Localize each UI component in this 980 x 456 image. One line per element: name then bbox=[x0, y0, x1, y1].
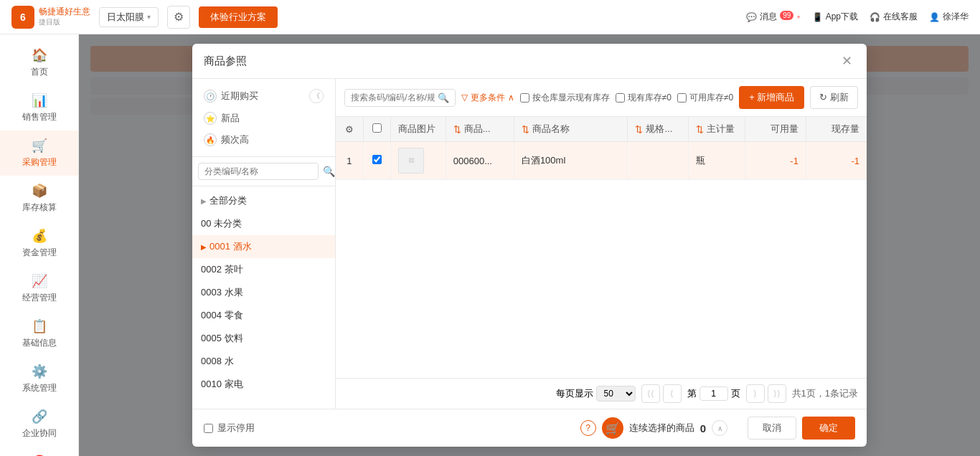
warehouse-stock-checkbox[interactable] bbox=[520, 93, 529, 103]
chevron-up-icon: ∧ bbox=[508, 92, 514, 103]
page-number-input[interactable] bbox=[699, 386, 728, 401]
usable-stock-check[interactable]: 可用库存≠0 bbox=[677, 92, 733, 104]
table-header-row: ⚙ 商品图片 bbox=[336, 117, 867, 142]
category-tea[interactable]: 0002 茶叶 bbox=[192, 258, 335, 281]
collapse-footer-icon[interactable]: ∧ bbox=[712, 420, 727, 436]
logo-area: 6 畅捷通好生意 捷目版 bbox=[11, 6, 90, 29]
quick-new-products[interactable]: ⭐ 新品 bbox=[198, 108, 329, 129]
nav-online-service[interactable]: 🎧 在线客服 bbox=[870, 11, 918, 23]
search-input-wrap: 🔍 bbox=[344, 89, 456, 107]
show-disabled-checkbox[interactable] bbox=[204, 424, 213, 433]
sidebar-item-purchase[interactable]: 🛒 采购管理 bbox=[0, 130, 78, 176]
category-fruit-label: 0003 水果 bbox=[201, 286, 243, 299]
help-icon[interactable]: ? bbox=[580, 420, 596, 436]
th-stock: 现存量 bbox=[806, 117, 867, 142]
quick-high-frequency[interactable]: 🔥 频次高 bbox=[198, 129, 329, 151]
quick-recent-purchase[interactable]: 🕐 近期购买 《 bbox=[198, 85, 329, 108]
sidebar-item-operations[interactable]: 📈 经营管理 bbox=[0, 266, 78, 311]
cancel-button[interactable]: 取消 bbox=[748, 417, 796, 440]
settings-icon[interactable]: ⚙ bbox=[345, 124, 354, 135]
message-icon: 💬 bbox=[746, 12, 757, 22]
category-liquor-label: 0001 酒水 bbox=[209, 240, 252, 253]
more-filter-button[interactable]: ▽ 更多条件 ∧ bbox=[461, 92, 514, 104]
category-snack[interactable]: 0004 零食 bbox=[192, 304, 335, 327]
category-water[interactable]: 0008 水 bbox=[192, 350, 335, 373]
sidebar-item-inventory[interactable]: 📦 库存核算 bbox=[0, 176, 78, 221]
category-liquor[interactable]: ▶ 0001 酒水 bbox=[192, 235, 335, 258]
trial-button[interactable]: 体验行业方案 bbox=[199, 6, 278, 28]
product-reference-modal: 商品参照 ✕ 🕐 近期购买 《 bbox=[192, 44, 867, 447]
first-page-button[interactable]: ⟨⟨ bbox=[641, 384, 660, 403]
warehouse-stock-label: 按仓库显示现有库存 bbox=[532, 92, 610, 104]
cart-button[interactable]: 🛒 bbox=[602, 417, 623, 439]
usable-stock-checkbox[interactable] bbox=[677, 93, 687, 103]
username-label: 徐泽华 bbox=[943, 11, 969, 23]
modal-body: 🕐 近期购买 《 ⭐ 新品 🔥 频次高 bbox=[192, 79, 867, 409]
add-product-button[interactable]: + 新增商品 bbox=[739, 86, 804, 109]
category-fruit[interactable]: 0003 水果 bbox=[192, 281, 335, 304]
warehouse-stock-check[interactable]: 按仓库显示现有库存 bbox=[520, 92, 610, 104]
product-search-input[interactable] bbox=[351, 92, 435, 103]
search-magnify-icon[interactable]: 🔍 bbox=[438, 92, 449, 103]
sidebar-item-basic-info[interactable]: 📋 基础信息 bbox=[0, 311, 78, 356]
th-image-label: 商品图片 bbox=[398, 123, 435, 136]
row-checkbox[interactable] bbox=[372, 155, 382, 164]
modal-footer: 显示停用 ? 🛒 连续选择的商品 0 ∧ 取消 确定 bbox=[192, 409, 867, 447]
category-tea-label: 0002 茶叶 bbox=[201, 263, 243, 276]
select-all-checkbox[interactable] bbox=[372, 123, 382, 133]
category-unclassified[interactable]: 00 未分类 bbox=[192, 212, 335, 235]
category-search-input[interactable] bbox=[198, 163, 319, 180]
sidebar-item-system[interactable]: ⚙️ 系统管理 bbox=[0, 356, 78, 402]
sidebar-label-operations: 经营管理 bbox=[22, 292, 57, 304]
gear-icon[interactable]: ⚙ bbox=[167, 6, 190, 29]
sidebar-label-basic-info: 基础信息 bbox=[22, 337, 57, 349]
sidebar-item-home[interactable]: 🏠 首页 bbox=[0, 40, 78, 85]
confirm-button[interactable]: 确定 bbox=[802, 417, 855, 440]
nav-message[interactable]: 💬 消息 99 + bbox=[746, 11, 800, 23]
sidebar-item-enterprise[interactable]: 🔗 企业协同 bbox=[0, 402, 78, 447]
show-disabled-text: 显示停用 bbox=[217, 422, 255, 434]
page-size-dropdown[interactable]: 50 10 20 100 bbox=[596, 386, 636, 402]
product-table-area: ⚙ 商品图片 bbox=[336, 117, 867, 378]
expanded-arrow-icon: ▶ bbox=[201, 243, 207, 251]
enterprise-icon: 🔗 bbox=[32, 409, 47, 424]
td-image: 🖼 bbox=[390, 142, 446, 180]
available-stock-check[interactable]: 现有库存≠0 bbox=[616, 92, 672, 104]
th-product-code: ⇅ 商品... bbox=[446, 117, 514, 142]
quick-freq-label: 频次高 bbox=[221, 133, 249, 146]
continuous-label: 连续选择的商品 bbox=[629, 422, 694, 434]
show-disabled-label[interactable]: 显示停用 bbox=[204, 422, 255, 434]
sidebar-item-guide[interactable]: 🎯 新手引导 bbox=[0, 447, 78, 456]
refresh-button[interactable]: ↻ 刷新 bbox=[810, 86, 858, 109]
modal-close-button[interactable]: ✕ bbox=[838, 52, 855, 70]
sidebar-label-home: 首页 bbox=[31, 66, 48, 78]
sidebar-label-inventory: 库存核算 bbox=[22, 201, 57, 214]
category-list: ▶ 全部分类 00 未分类 ▶ 0001 酒水 0002 茶 bbox=[192, 186, 335, 409]
next-page-button[interactable]: ⟩ bbox=[746, 384, 765, 403]
th-settings: ⚙ bbox=[336, 117, 363, 142]
nav-selector[interactable]: 日太阳膜 ▾ bbox=[99, 7, 159, 27]
cart-count: 0 bbox=[700, 422, 706, 434]
finance-icon: 💰 bbox=[32, 228, 47, 244]
page-size-label: 每页显示 bbox=[556, 387, 593, 400]
th-code-label: 商品... bbox=[464, 123, 491, 136]
category-quick: 🕐 近期购买 《 ⭐ 新品 🔥 频次高 bbox=[192, 79, 335, 157]
sidebar-item-finance[interactable]: 💰 资金管理 bbox=[0, 221, 78, 266]
category-all[interactable]: ▶ 全部分类 bbox=[192, 189, 335, 212]
collapse-icon[interactable]: 《 bbox=[309, 89, 324, 103]
nav-user[interactable]: 👤 徐泽华 bbox=[929, 11, 969, 23]
nav-app-download[interactable]: 📱 App下载 bbox=[812, 11, 858, 23]
logo-sub: 捷目版 bbox=[39, 17, 90, 27]
last-page-button[interactable]: ⟩⟩ bbox=[768, 384, 786, 403]
category-search-icon[interactable]: 🔍 bbox=[323, 166, 335, 177]
table-row[interactable]: 1 🖼 bbox=[336, 142, 867, 180]
prev-page-button[interactable]: ⟨ bbox=[663, 384, 682, 403]
user-avatar: 👤 bbox=[929, 12, 940, 22]
category-beverage[interactable]: 0005 饮料 bbox=[192, 327, 335, 350]
main-layout: 🏠 首页 📊 销售管理 🛒 采购管理 📦 库存核算 💰 资金管理 📈 经营管理 … bbox=[0, 34, 980, 456]
category-electronics[interactable]: 0010 家电 bbox=[192, 373, 335, 396]
sidebar-item-sales[interactable]: 📊 销售管理 bbox=[0, 85, 78, 130]
td-code: 000600... bbox=[446, 142, 514, 180]
available-stock-checkbox[interactable] bbox=[616, 93, 625, 103]
th-spec: ⇅ 规格... bbox=[628, 117, 689, 142]
